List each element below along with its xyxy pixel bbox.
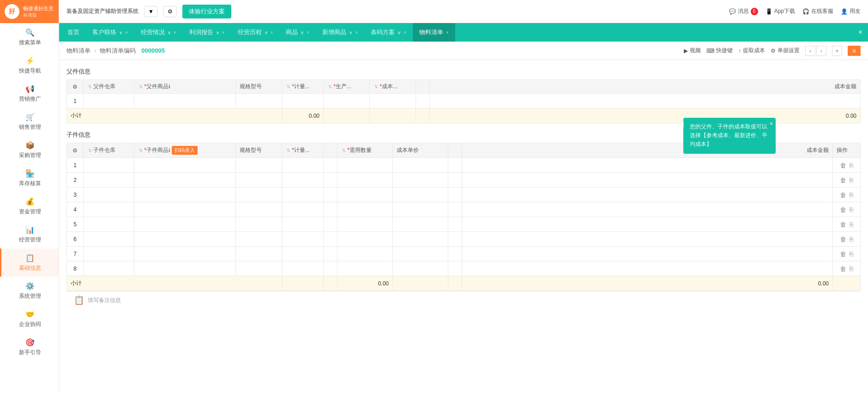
menu-expand-btn[interactable]: ≡ — [848, 46, 861, 56]
child-cell-unitprice-3[interactable] — [393, 187, 448, 202]
try-button[interactable]: 体验行业方案 — [182, 5, 231, 18]
copy-icon-2[interactable]: ⎘ — [849, 175, 854, 185]
tab-product[interactable]: 商品 ∨ × — [279, 23, 316, 42]
sidebar-item-marketing[interactable]: 📢 营销推广 — [0, 79, 59, 108]
child-cell-spec-2[interactable] — [236, 173, 282, 187]
close-icon[interactable]: × — [307, 30, 309, 35]
parent-cell-product[interactable] — [134, 94, 236, 109]
parent-cell-cost[interactable] — [370, 94, 416, 109]
child-cell-unit-1[interactable] — [282, 158, 324, 173]
child-cell-qty-1[interactable] — [338, 158, 393, 173]
parent-cell-warehouse[interactable] — [84, 94, 134, 109]
close-icon[interactable]: × — [446, 30, 449, 35]
child-cell-spec-4[interactable] — [236, 202, 282, 217]
child-cell-unit-4[interactable] — [282, 202, 324, 217]
settings-btn[interactable]: ⚙ — [163, 6, 177, 17]
single-settings-action[interactable]: ⚙ 单据设置 — [771, 47, 800, 54]
sidebar-item-guide[interactable]: 🎯 新手引导 — [0, 333, 59, 361]
child-cell-warehouse-3[interactable] — [84, 187, 134, 202]
tab-history[interactable]: 经营历程 ∨ × — [231, 23, 280, 42]
child-table-gear-icon[interactable]: ⚙ — [72, 147, 78, 154]
sidebar-item-search[interactable]: 🔍 搜索菜单 — [0, 23, 59, 51]
child-cell-unit-6[interactable] — [282, 232, 324, 247]
sidebar-item-inventory[interactable]: 🏪 库存核算 — [0, 164, 59, 192]
child-cell-unit-8[interactable] — [282, 261, 324, 276]
child-cell-product-2[interactable] — [134, 173, 236, 187]
tab-new-product[interactable]: 新增商品 ∨ × — [316, 23, 364, 42]
copy-icon-8[interactable]: ⎘ — [849, 264, 854, 273]
sidebar-item-system[interactable]: ⚙️ 系统管理 — [0, 277, 59, 305]
child-cell-warehouse-4[interactable] — [84, 202, 134, 217]
child-cell-qty-6[interactable] — [338, 232, 393, 247]
child-cell-product-5[interactable] — [134, 217, 236, 232]
tab-customer[interactable]: 客户联络 ∨ × — [86, 23, 134, 42]
close-icon[interactable]: × — [222, 30, 225, 35]
close-all-tab-btn[interactable]: × — [855, 23, 866, 42]
delete-icon-4[interactable]: 🗑 — [839, 205, 847, 214]
online-service-item[interactable]: 🎧 在线客服 — [802, 7, 833, 15]
child-cell-spec-7[interactable] — [236, 247, 282, 261]
scan-input-btn[interactable]: 扫码录入 — [172, 146, 198, 155]
copy-icon-4[interactable]: ⎘ — [849, 205, 854, 214]
sidebar-item-basic-info[interactable]: 📋 基础信息 — [0, 248, 59, 277]
child-cell-unitprice-1[interactable] — [393, 158, 448, 173]
child-cell-spec-1[interactable] — [236, 158, 282, 173]
tab-barcode[interactable]: 条码方案 ∨ × — [364, 23, 413, 42]
tab-profit[interactable]: 利润报告 ∨ × — [183, 23, 231, 42]
child-cell-spec-8[interactable] — [236, 261, 282, 276]
delete-icon-1[interactable]: 🗑 — [839, 161, 847, 170]
child-cell-warehouse-5[interactable] — [84, 217, 134, 232]
close-icon[interactable]: × — [271, 30, 273, 35]
breadcrumb-item-list[interactable]: 物料清单 — [66, 47, 90, 55]
child-cell-unit-3[interactable] — [282, 187, 324, 202]
child-cell-product-7[interactable] — [134, 247, 236, 261]
child-cell-unitprice-6[interactable] — [393, 232, 448, 247]
delete-icon-5[interactable]: 🗑 — [839, 220, 847, 229]
child-cell-warehouse-1[interactable] — [84, 158, 134, 173]
child-cell-warehouse-7[interactable] — [84, 247, 134, 261]
message-item[interactable]: 💬 消息 6 — [729, 7, 758, 15]
parent-cell-unit[interactable] — [282, 94, 324, 109]
system-dropdown-btn[interactable]: ▼ — [144, 6, 158, 17]
parent-cell-production[interactable] — [324, 94, 370, 109]
delete-icon-3[interactable]: 🗑 — [839, 190, 847, 200]
child-cell-qty-2[interactable] — [338, 173, 393, 187]
prev-btn[interactable]: ‹ — [805, 46, 815, 56]
delete-icon-2[interactable]: 🗑 — [839, 175, 847, 185]
close-icon[interactable]: × — [174, 30, 176, 35]
sidebar-item-operations[interactable]: 📊 经营管理 — [0, 220, 59, 248]
close-icon[interactable]: × — [404, 30, 406, 35]
child-cell-product-3[interactable] — [134, 187, 236, 202]
tab-bom[interactable]: 物料清单 × — [413, 23, 455, 42]
child-cell-unit-5[interactable] — [282, 217, 324, 232]
close-icon[interactable]: × — [355, 30, 358, 35]
copy-icon-7[interactable]: ⎘ — [849, 249, 854, 259]
child-cell-qty-4[interactable] — [338, 202, 393, 217]
child-cell-qty-3[interactable] — [338, 187, 393, 202]
delete-icon-8[interactable]: 🗑 — [839, 264, 847, 273]
sidebar-item-sales[interactable]: 🛒 销售管理 — [0, 108, 59, 136]
shortcut-action[interactable]: ⌨ 快捷键 — [706, 47, 733, 54]
extract-cost-action[interactable]: ↑ 提取成本 — [738, 47, 765, 54]
child-cell-unitprice-2[interactable] — [393, 173, 448, 187]
child-cell-warehouse-2[interactable] — [84, 173, 134, 187]
user-item[interactable]: 👤 用友 — [841, 7, 861, 15]
child-cell-unitprice-4[interactable] — [393, 202, 448, 217]
child-cell-warehouse-6[interactable] — [84, 232, 134, 247]
copy-icon-3[interactable]: ⎘ — [849, 190, 854, 200]
tab-home[interactable]: 首页 — [61, 23, 86, 42]
child-cell-spec-5[interactable] — [236, 217, 282, 232]
table-gear-icon[interactable]: ⚙ — [72, 84, 78, 90]
child-cell-product-8[interactable] — [134, 261, 236, 276]
child-cell-qty-8[interactable] — [338, 261, 393, 276]
child-cell-product-4[interactable] — [134, 202, 236, 217]
view-action[interactable]: ▶ 视频 — [684, 47, 701, 54]
copy-icon-5[interactable]: ⎘ — [849, 220, 854, 229]
sidebar-item-finance[interactable]: 💰 资金管理 — [0, 192, 59, 220]
child-cell-spec-3[interactable] — [236, 187, 282, 202]
delete-icon-6[interactable]: 🗑 — [839, 235, 847, 244]
child-cell-product-6[interactable] — [134, 232, 236, 247]
child-cell-qty-7[interactable] — [338, 247, 393, 261]
child-cell-warehouse-8[interactable] — [84, 261, 134, 276]
child-cell-unitprice-5[interactable] — [393, 217, 448, 232]
